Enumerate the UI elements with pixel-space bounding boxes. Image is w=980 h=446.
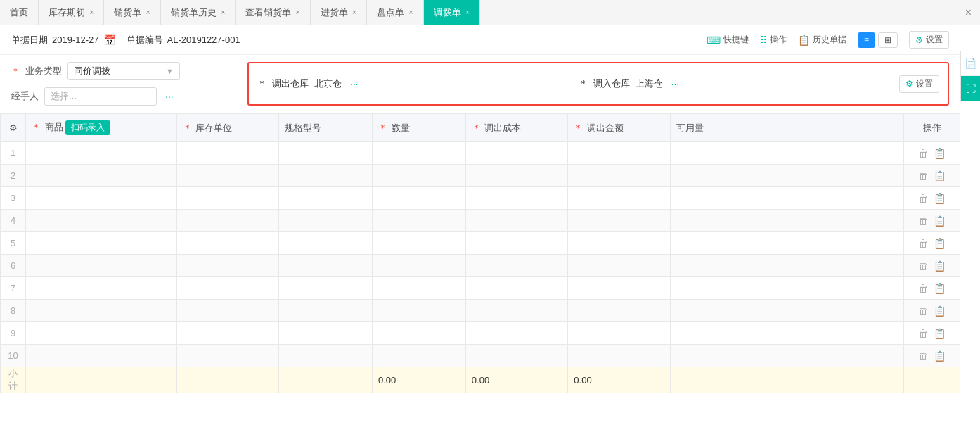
row-5-qty[interactable] <box>372 232 465 255</box>
row-3-amount[interactable] <box>568 187 671 210</box>
delete-icon-2[interactable]: 🗑 <box>918 170 928 181</box>
row-4-product[interactable] <box>26 210 177 232</box>
tab-view-sales-close[interactable]: × <box>295 8 299 16</box>
row-5-amount[interactable] <box>568 232 671 255</box>
row-7-unit[interactable] <box>176 277 279 300</box>
row-1-spec[interactable] <box>279 142 373 165</box>
tab-inventory-count-close[interactable]: × <box>408 8 413 16</box>
row-9-spec[interactable] <box>279 322 373 345</box>
row-6-amount[interactable] <box>568 255 671 277</box>
copy-icon-1[interactable]: 📋 <box>934 148 946 159</box>
row-3-spec[interactable] <box>279 187 373 210</box>
row-8-unit[interactable] <box>176 300 279 322</box>
delete-icon-1[interactable]: 🗑 <box>918 148 928 159</box>
row-9-cost[interactable] <box>465 322 568 345</box>
copy-icon-8[interactable]: 📋 <box>934 305 946 317</box>
row-9-amount[interactable] <box>568 322 671 345</box>
row-6-product[interactable] <box>26 255 177 277</box>
delete-icon-6[interactable]: 🗑 <box>918 260 928 272</box>
row-4-qty[interactable] <box>372 210 465 232</box>
row-3-product[interactable] <box>26 187 177 210</box>
row-10-unit[interactable] <box>176 345 279 367</box>
row-4-cost[interactable] <box>465 210 568 232</box>
tab-purchase-order-close[interactable]: × <box>352 8 356 16</box>
row-1-amount[interactable] <box>568 142 671 165</box>
row-6-cost[interactable] <box>465 255 568 277</box>
row-5-product[interactable] <box>26 232 177 255</box>
row-4-unit[interactable] <box>176 210 279 232</box>
row-10-qty[interactable] <box>372 345 465 367</box>
tab-sales-order[interactable]: 销货单 × <box>104 0 160 25</box>
list-view-btn[interactable]: ≡ <box>858 32 875 48</box>
operations-btn[interactable]: ⠿ 操作 <box>760 34 787 46</box>
row-9-qty[interactable] <box>372 322 465 345</box>
row-7-amount[interactable] <box>568 277 671 300</box>
tab-sales-order-close[interactable]: × <box>146 8 150 16</box>
row-10-cost[interactable] <box>465 345 568 367</box>
tab-sales-history-close[interactable]: × <box>221 8 225 16</box>
row-1-qty[interactable] <box>372 142 465 165</box>
row-6-unit[interactable] <box>176 255 279 277</box>
row-9-product[interactable] <box>26 322 177 345</box>
handler-select[interactable]: 选择... <box>44 87 157 106</box>
row-5-spec[interactable] <box>279 232 373 255</box>
copy-icon-6[interactable]: 📋 <box>934 260 946 272</box>
row-2-unit[interactable] <box>176 165 279 187</box>
row-8-qty[interactable] <box>372 300 465 322</box>
doc-panel-btn[interactable]: 📄 <box>961 51 981 76</box>
row-2-amount[interactable] <box>568 165 671 187</box>
tab-inventory-count[interactable]: 盘点单 × <box>367 0 423 25</box>
row-1-cost[interactable] <box>465 142 568 165</box>
row-2-qty[interactable] <box>372 165 465 187</box>
row-8-product[interactable] <box>26 300 177 322</box>
tab-view-sales[interactable]: 查看销货单 × <box>236 0 310 25</box>
row-3-unit[interactable] <box>176 187 279 210</box>
row-8-cost[interactable] <box>465 300 568 322</box>
expand-panel-btn[interactable]: ⛶ <box>961 76 981 101</box>
tab-transfer-close[interactable]: × <box>465 8 470 16</box>
shortcut-btn[interactable]: ⌨ 快捷键 <box>707 34 749 46</box>
grid-view-btn[interactable]: ⊞ <box>878 32 898 48</box>
scan-entry-btn[interactable]: 扫码录入 <box>65 120 110 135</box>
row-3-qty[interactable] <box>372 187 465 210</box>
copy-icon-7[interactable]: 📋 <box>934 283 946 294</box>
row-10-product[interactable] <box>26 345 177 367</box>
calendar-icon[interactable]: 📅 <box>103 34 115 46</box>
row-10-amount[interactable] <box>568 345 671 367</box>
delete-icon-8[interactable]: 🗑 <box>918 305 928 317</box>
tab-purchase-order[interactable]: 进货单 × <box>311 0 367 25</box>
transfer-in-more-btn[interactable]: ··· <box>669 78 683 89</box>
handler-more-btn[interactable]: ··· <box>162 91 176 102</box>
row-6-qty[interactable] <box>372 255 465 277</box>
delete-icon-3[interactable]: 🗑 <box>918 193 928 204</box>
row-7-cost[interactable] <box>465 277 568 300</box>
row-2-product[interactable] <box>26 165 177 187</box>
row-2-spec[interactable] <box>279 165 373 187</box>
row-3-cost[interactable] <box>465 187 568 210</box>
delete-icon-9[interactable]: 🗑 <box>918 328 928 339</box>
delete-icon-7[interactable]: 🗑 <box>918 283 928 294</box>
row-8-spec[interactable] <box>279 300 373 322</box>
tab-home[interactable]: 首页 <box>0 0 39 25</box>
delete-icon-4[interactable]: 🗑 <box>918 215 928 227</box>
row-1-unit[interactable] <box>176 142 279 165</box>
copy-icon-4[interactable]: 📋 <box>934 215 946 227</box>
close-all-tabs[interactable]: × <box>957 6 980 19</box>
copy-icon-10[interactable]: 📋 <box>934 350 946 362</box>
col-gear[interactable]: ⚙ <box>1 114 26 142</box>
delete-icon-5[interactable]: 🗑 <box>918 238 928 249</box>
warehouse-settings-btn[interactable]: ⚙ 设置 <box>899 75 939 93</box>
row-6-spec[interactable] <box>279 255 373 277</box>
row-8-amount[interactable] <box>568 300 671 322</box>
row-7-qty[interactable] <box>372 277 465 300</box>
settings-btn[interactable]: ⚙ 设置 <box>909 31 949 49</box>
row-4-amount[interactable] <box>568 210 671 232</box>
row-7-spec[interactable] <box>279 277 373 300</box>
copy-icon-2[interactable]: 📋 <box>934 170 946 181</box>
tab-sales-history[interactable]: 销货单历史 × <box>161 0 236 25</box>
row-5-cost[interactable] <box>465 232 568 255</box>
row-5-unit[interactable] <box>176 232 279 255</box>
tab-inventory-init[interactable]: 库存期初 × <box>39 0 104 25</box>
tab-transfer[interactable]: 调拨单 × <box>424 0 480 25</box>
row-4-spec[interactable] <box>279 210 373 232</box>
